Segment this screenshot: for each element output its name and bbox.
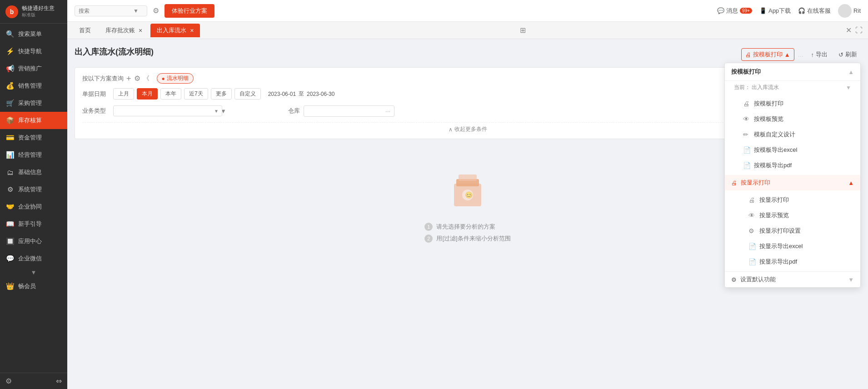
- biz-type-select[interactable]: [113, 105, 222, 116]
- sidebar-item-finance[interactable]: 💳 资金管理: [0, 129, 67, 146]
- finance-icon: 💳: [5, 134, 15, 142]
- filter-add-button[interactable]: +: [126, 75, 131, 83]
- dropdown-item-display-settings[interactable]: ⚙ 按显示打印设置: [725, 223, 860, 239]
- operation-icon: 📊: [5, 151, 15, 159]
- filter-setting-button[interactable]: ⚙: [134, 74, 140, 83]
- date-btn-custom[interactable]: 自定义: [234, 88, 261, 100]
- step-1-num: 1: [424, 223, 433, 231]
- sidebar-item-member[interactable]: 👑 畅会员: [0, 278, 67, 295]
- message-badge: 99+: [740, 8, 752, 14]
- current-dropdown-arrow[interactable]: ▼: [846, 85, 851, 91]
- warehouse-more-icon[interactable]: ···: [385, 108, 390, 115]
- topbar-left: ▼ ⚙ 体验行业方案: [75, 4, 215, 18]
- sidebar-item-quick-nav[interactable]: ⚡ 快捷导航: [0, 43, 67, 60]
- date-btn-this-year[interactable]: 本年: [160, 88, 181, 100]
- sidebar-item-inventory[interactable]: 📦 库存核算: [0, 112, 67, 129]
- print-template-button[interactable]: 🖨 按模板打印 ▲: [741, 48, 794, 61]
- date-btn-last-month[interactable]: 上月: [113, 88, 134, 100]
- message-item[interactable]: 💬 消息 99+: [717, 7, 752, 15]
- tab-batch-account[interactable]: 库存批次账 ×: [99, 24, 149, 37]
- sidebar-item-label: 库存核算: [18, 116, 42, 125]
- biz-type-label: 业务类型: [82, 107, 106, 115]
- dropdown-item-display-print[interactable]: 🖨 按显示打印: [725, 192, 860, 208]
- print-dropdown-arrow[interactable]: ▲: [784, 51, 790, 58]
- date-btn-more[interactable]: 更多: [211, 88, 232, 100]
- filter-tag-flow-detail[interactable]: ● 流水明细: [157, 73, 194, 84]
- search-input[interactable]: [79, 8, 133, 14]
- topbar-gear-icon[interactable]: ⚙: [153, 6, 159, 15]
- logo-icon: b: [5, 5, 18, 18]
- member-icon: 👑: [5, 282, 15, 290]
- solution-button[interactable]: 体验行业方案: [165, 4, 215, 18]
- toggle-sidebar-icon[interactable]: ⇔: [56, 377, 62, 385]
- tabbar-expand-icon[interactable]: ⊞: [520, 26, 526, 35]
- sidebar-logo: b 畅捷通好生意 标准版: [0, 0, 67, 24]
- tab-flow-close[interactable]: ×: [190, 27, 194, 34]
- template-excel-label: 按模板导出excel: [754, 146, 797, 154]
- sidebar-item-label: 搜索菜单: [18, 30, 42, 38]
- template-print-label: 按模板打印: [754, 100, 783, 108]
- dropdown-item-display-export-pdf[interactable]: 📄 按显示导出pdf: [725, 254, 860, 269]
- filter-scheme-label: 按以下方案查询: [82, 75, 124, 83]
- tab-batch-account-label: 库存批次账: [105, 26, 135, 35]
- online-service-item[interactable]: 🎧 在线客服: [798, 7, 831, 15]
- sidebar-item-enterprise[interactable]: 🤝 企业协同: [0, 198, 67, 215]
- display-preview-icon: 👁: [748, 212, 756, 219]
- template-pdf-icon: 📄: [743, 162, 750, 169]
- sidebar-item-guide[interactable]: 📖 新手引导: [0, 215, 67, 233]
- sidebar-item-system[interactable]: ⚙ 系统管理: [0, 181, 67, 198]
- sidebar-scroll-down[interactable]: ▼: [0, 267, 67, 278]
- dropdown-section-template: 🖨 按模板打印 👁 按模板预览 ✏ 模板自定义设计 📄 按模板导出excel 📄: [725, 94, 860, 175]
- date-to-value: 2023-06-30: [307, 91, 334, 97]
- avatar: [838, 4, 852, 18]
- dropdown-item-template-preview[interactable]: 👁 按模板预览: [725, 111, 860, 127]
- tab-expand-icon[interactable]: ⛶: [855, 26, 863, 35]
- app-download-item[interactable]: 📱 App下载: [759, 7, 791, 15]
- tab-close-all-icon[interactable]: ✕: [846, 26, 852, 35]
- date-btn-last-7-days[interactable]: 近7天: [184, 88, 208, 100]
- printer-icon: 🖨: [745, 51, 751, 58]
- group-collapse-arrow[interactable]: ▲: [848, 180, 854, 186]
- date-btn-this-month[interactable]: 本月: [137, 88, 158, 100]
- weixin-icon: 💬: [5, 254, 15, 263]
- search-dropdown-arrow[interactable]: ▼: [133, 8, 139, 14]
- display-settings-label: 按显示打印设置: [759, 227, 801, 235]
- sidebar-item-basic[interactable]: 🗂 基础信息: [0, 164, 67, 181]
- user-avatar-item[interactable]: Rit: [838, 4, 861, 18]
- tab-home[interactable]: 首页: [73, 24, 97, 37]
- date-input-range: 2023-06-01 至 2023-06-30: [268, 90, 335, 98]
- sidebar-item-app-center[interactable]: 🔲 应用中心: [0, 233, 67, 250]
- sidebar-item-label: 快捷导航: [18, 47, 42, 55]
- tab-flow[interactable]: 出入库流水 ×: [150, 24, 200, 37]
- template-excel-icon: 📄: [743, 146, 750, 154]
- tab-batch-account-close[interactable]: ×: [139, 27, 142, 34]
- dropdown-footer[interactable]: ⚙ 设置默认功能 ▼: [725, 271, 860, 287]
- dropdown-item-display-preview[interactable]: 👁 按显示预览: [725, 208, 860, 223]
- warehouse-input[interactable]: ···: [304, 105, 394, 117]
- refresh-button[interactable]: ↺ 刷新: [835, 49, 861, 60]
- sidebar-item-search[interactable]: 🔍 搜索菜单: [0, 25, 67, 43]
- dropdown-item-template-export-pdf[interactable]: 📄 按模板导出pdf: [725, 158, 860, 173]
- dropdown-collapse-arrow[interactable]: ▲: [848, 69, 854, 75]
- step-2-num: 2: [424, 234, 433, 243]
- toolbar-divider: …: [798, 51, 804, 58]
- dropdown-item-template-print[interactable]: 🖨 按模板打印: [725, 96, 860, 111]
- sidebar-item-operation[interactable]: 📊 经营管理: [0, 146, 67, 164]
- sidebar-item-sales[interactable]: 💰 销售管理: [0, 77, 67, 95]
- dropdown-item-display-export-excel[interactable]: 📄 按显示导出excel: [725, 239, 860, 254]
- app-name: 畅捷通好生意: [22, 5, 55, 12]
- print-template-label: 按模板打印: [753, 50, 783, 59]
- sidebar-item-purchase[interactable]: 🛒 采购管理: [0, 95, 67, 112]
- dropdown-item-template-design[interactable]: ✏ 模板自定义设计: [725, 127, 860, 142]
- online-service-label: 在线客服: [807, 7, 831, 15]
- empty-steps-list: 1 请先选择要分析的方案 2 用[过滤]条件来缩小分析范围: [424, 223, 510, 246]
- sidebar-item-marketing[interactable]: 📢 营销推广: [0, 60, 67, 77]
- dropdown-item-template-export-excel[interactable]: 📄 按模板导出excel: [725, 142, 860, 158]
- settings-bottom-icon[interactable]: ⚙: [5, 377, 12, 385]
- dropdown-group-display[interactable]: 🖨 按显示打印 ▲: [725, 175, 860, 190]
- quick-nav-icon: ⚡: [5, 47, 15, 55]
- filter-collapse-button[interactable]: 《: [143, 75, 150, 83]
- search-box[interactable]: ▼: [75, 5, 147, 16]
- export-button[interactable]: ↑ 导出: [808, 49, 832, 60]
- sidebar-item-weixin[interactable]: 💬 企业微信: [0, 250, 67, 267]
